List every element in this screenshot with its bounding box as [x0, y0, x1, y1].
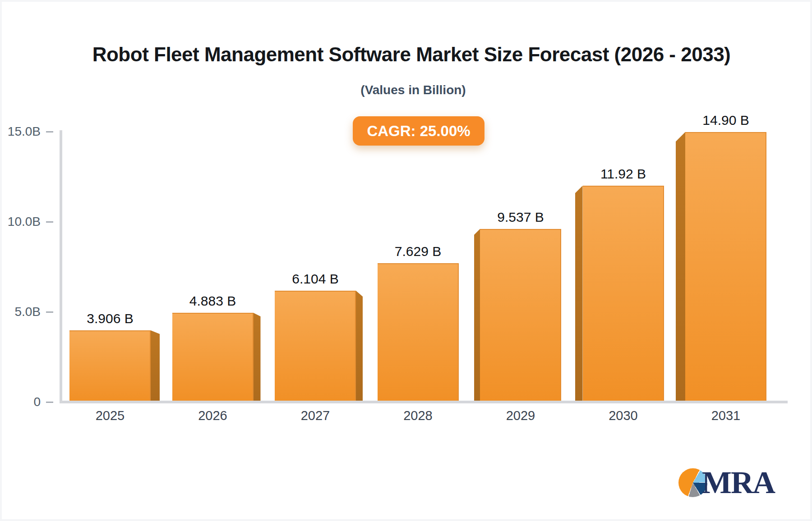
x-axis-label: 2025: [65, 408, 155, 423]
bar-value-label: 6.104 B: [266, 271, 365, 287]
x-axis-label: 2029: [475, 408, 566, 423]
y-axis-tick-label: 5.0B: [2, 305, 41, 319]
bar-side-face: [254, 313, 261, 401]
bar-side-face: [151, 330, 160, 401]
bar-face: [378, 263, 459, 401]
x-axis-label: 2030: [578, 408, 669, 423]
y-axis-tick: [46, 402, 53, 403]
bar-side-face: [676, 132, 685, 401]
bar-side-face: [575, 186, 583, 401]
bar-face: [172, 313, 254, 401]
x-axis-label: 2027: [270, 408, 360, 423]
y-axis-tick: [46, 131, 53, 133]
x-axis-label: 2026: [168, 408, 258, 423]
bar-side-face: [474, 229, 480, 401]
bar-value-label: 7.629 B: [369, 244, 468, 259]
bar-value-label: 14.90 B: [676, 113, 775, 128]
bar-chart: 05.0B10.0B15.0B3.906 B20254.883 B20266.1…: [2, 2, 810, 519]
bar-face: [275, 291, 356, 401]
bar-face: [583, 186, 664, 401]
x-axis-baseline: [60, 401, 788, 403]
bar-face: [480, 229, 561, 401]
bar-value-label: 11.92 B: [574, 166, 673, 182]
x-axis-label: 2028: [373, 408, 463, 423]
y-axis-tick-label: 15.0B: [2, 125, 41, 138]
x-axis-label: 2031: [681, 408, 771, 423]
y-axis-tick: [46, 221, 53, 223]
brand-logo-text: MRA: [702, 465, 775, 501]
y-axis-tick: [46, 311, 53, 313]
y-axis-tick-label: 0: [2, 395, 41, 409]
bar-face: [69, 330, 151, 401]
y-axis-line: [60, 130, 62, 403]
bar-value-label: 4.883 B: [163, 293, 263, 309]
bar-side-face: [356, 291, 363, 401]
brand-logo: MRA: [678, 467, 796, 500]
bar-value-label: 9.537 B: [471, 210, 570, 225]
bar-face: [685, 132, 766, 401]
bar-value-label: 3.906 B: [60, 311, 160, 326]
y-axis-tick-label: 10.0B: [2, 215, 41, 229]
infographic-canvas: Robot Fleet Management Software Market S…: [2, 2, 810, 519]
